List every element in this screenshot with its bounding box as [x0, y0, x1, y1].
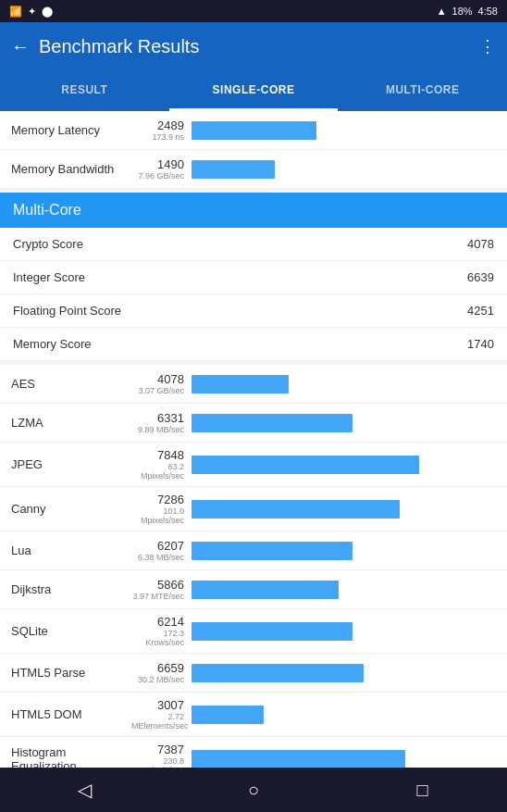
bench-label: Lua: [11, 543, 131, 557]
bluetooth-icon: ✦: [28, 6, 36, 18]
status-bar-left: 📶 ✦ ⬤: [9, 6, 53, 18]
bench-score: 6207: [131, 539, 184, 553]
bench-score-col: 6331 9.89 MB/sec: [131, 411, 192, 434]
memory-latency-score-col: 2489 173.9 ns: [131, 119, 192, 142]
fp-score-label: Floating Point Score: [13, 304, 121, 318]
content-area: Memory Latency 2489 173.9 ns Memory Band…: [0, 111, 507, 768]
memory-latency-row: Memory Latency 2489 173.9 ns: [0, 111, 507, 150]
bench-label: SQLite: [11, 624, 131, 638]
bench-unit: 3.97 MTE/sec: [131, 592, 184, 601]
bench-unit: 6.38 MB/sec: [131, 553, 184, 562]
bench-row: Dijkstra 5866 3.97 MTE/sec: [0, 570, 507, 609]
fp-score-row: Floating Point Score 4251: [0, 294, 507, 328]
back-nav-button[interactable]: ◁: [66, 779, 103, 801]
bench-row: SQLite 6214 172.3 Krows/sec: [0, 609, 507, 654]
bottom-nav: ◁ ○ □: [0, 768, 507, 812]
bench-unit: 230.8 Mpixels/sec: [131, 756, 184, 768]
bench-score-col: 6207 6.38 MB/sec: [131, 539, 192, 562]
bench-label: Dijkstra: [11, 582, 131, 596]
bench-score: 5866: [131, 578, 184, 592]
fp-score-value: 4251: [467, 304, 494, 318]
bench-bar-container: [192, 456, 469, 474]
bench-score: 6659: [131, 661, 184, 675]
bench-score-col: 7286 101.0 Mpixels/sec: [131, 493, 192, 525]
bench-row: Lua 6207 6.38 MB/sec: [0, 531, 507, 570]
memory-bandwidth-unit: 7.96 GB/sec: [131, 171, 184, 181]
bench-bar: [192, 706, 264, 724]
bench-bars-section: AES 4078 3.07 GB/sec LZMA 6331 9.89 MB/s…: [0, 365, 507, 768]
bench-bar: [192, 375, 289, 394]
page-title: Benchmark Results: [39, 36, 199, 57]
bench-row: LZMA 6331 9.89 MB/sec: [0, 404, 507, 443]
signal-icon: ▲: [437, 6, 447, 17]
bench-row: HTML5 Parse 6659 30.2 MB/sec: [0, 654, 507, 693]
bench-label: Histogram Equalization: [11, 745, 131, 768]
bench-score: 6331: [131, 411, 184, 425]
memory-bandwidth-score-col: 1490 7.96 GB/sec: [131, 157, 192, 181]
bench-score-col: 6214 172.3 Krows/sec: [131, 615, 192, 647]
tab-result[interactable]: RESULT: [0, 70, 169, 111]
bench-bar-container: [192, 542, 469, 560]
home-nav-button[interactable]: ○: [235, 780, 272, 801]
back-button[interactable]: ←: [11, 36, 30, 57]
memory-score-value: 1740: [467, 337, 494, 351]
integer-score-row: Integer Score 6639: [0, 261, 507, 294]
tab-multi-core[interactable]: MULTI-CORE: [338, 70, 507, 111]
status-bar-right: ▲ 18% 4:58: [437, 6, 498, 17]
crypto-score-row: Crypto Score 4078: [0, 228, 507, 261]
bench-unit: 30.2 MB/sec: [131, 675, 184, 684]
bench-bar: [192, 500, 400, 518]
integer-score-value: 6639: [467, 270, 494, 284]
bench-unit: 63.2 Mpixels/sec: [131, 462, 184, 481]
memory-bandwidth-label: Memory Bandwidth: [11, 162, 131, 176]
bench-unit: 101.0 Mpixels/sec: [131, 506, 184, 525]
memory-latency-label: Memory Latency: [11, 123, 131, 137]
bench-unit: 2.72 MElements/sec: [131, 712, 184, 731]
multicore-section-header: Multi-Core: [0, 193, 507, 228]
bench-label: AES: [11, 377, 131, 391]
bench-bar-container: [192, 375, 469, 394]
bench-bar-container: [192, 581, 469, 599]
bench-bar-container: [192, 622, 469, 641]
recents-nav-button[interactable]: □: [404, 780, 441, 801]
memory-latency-bar: [192, 121, 316, 140]
bench-bar: [192, 664, 364, 682]
header-left: ← Benchmark Results: [11, 36, 199, 57]
memory-score-label: Memory Score: [13, 337, 92, 351]
crypto-score-label: Crypto Score: [13, 237, 83, 251]
time-display: 4:58: [478, 6, 498, 17]
bench-row: Canny 7286 101.0 Mpixels/sec: [0, 487, 507, 531]
bench-score: 3007: [131, 698, 184, 712]
bench-score-col: 6659 30.2 MB/sec: [131, 661, 192, 684]
bench-score-col: 7387 230.8 Mpixels/sec: [131, 743, 192, 768]
bench-bar-container: [192, 706, 469, 724]
integer-score-label: Integer Score: [13, 270, 85, 284]
bench-row: AES 4078 3.07 GB/sec: [0, 365, 507, 404]
wifi-icon: 📶: [9, 6, 22, 18]
bench-label: HTML5 DOM: [11, 707, 131, 721]
bench-bar: [192, 456, 419, 474]
memory-latency-score: 2489: [131, 119, 184, 132]
bench-score: 6214: [131, 615, 184, 629]
bench-bar-container: [192, 750, 469, 768]
bench-label: JPEG: [11, 457, 131, 471]
bench-bar-container: [192, 664, 469, 682]
bench-unit: 172.3 Krows/sec: [131, 629, 184, 647]
bench-unit: 9.89 MB/sec: [131, 425, 184, 434]
bench-label: LZMA: [11, 416, 131, 430]
bench-score-col: 4078 3.07 GB/sec: [131, 372, 192, 395]
bench-score: 4078: [131, 372, 184, 386]
bench-unit: 3.07 GB/sec: [131, 386, 184, 395]
menu-button[interactable]: ⋮: [479, 36, 496, 56]
tab-single-core[interactable]: SINGLE-CORE: [169, 70, 339, 111]
location-icon: ⬤: [42, 6, 53, 18]
bench-score: 7848: [131, 448, 184, 462]
battery-percent: 18%: [452, 6, 473, 17]
bench-label: Canny: [11, 502, 131, 516]
memory-bandwidth-row: Memory Bandwidth 1490 7.96 GB/sec: [0, 150, 507, 189]
bench-score-col: 3007 2.72 MElements/sec: [131, 698, 192, 731]
status-bar: 📶 ✦ ⬤ ▲ 18% 4:58: [0, 0, 507, 22]
bench-label: HTML5 Parse: [11, 666, 131, 680]
summary-scores-block: Crypto Score 4078 Integer Score 6639 Flo…: [0, 228, 507, 361]
bench-score-col: 5866 3.97 MTE/sec: [131, 578, 192, 601]
